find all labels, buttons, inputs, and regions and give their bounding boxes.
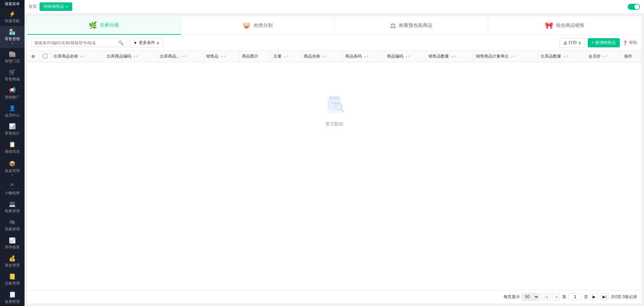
sidebar: 搜索菜单 ⚡ 快捷导航 🏪 零售管理 ▲ 🏬 智慧门店 🛒 零售商城 📢 营销推… <box>0 0 25 306</box>
sidebar-item-inventory[interactable]: 📈 库存核算 <box>0 234 25 253</box>
table-header-row: ⚙ 出库商品名称 ▲▼ 出库商品编码 ▲▼ <box>27 51 641 62</box>
ecommerce-icon: 💻 <box>9 201 16 208</box>
sort-arrows-barcode: ▲▼ <box>363 55 369 58</box>
active-tab[interactable]: 特殊销售品 ✕ <box>40 2 72 11</box>
help-button[interactable]: ❓ 帮助 <box>623 40 637 46</box>
th-sale-qty[interactable]: 销售品数量 ▲▼ <box>426 51 473 62</box>
sort-arrows-out-code: ▲▼ <box>133 55 138 58</box>
table-container: ⚙ 出库商品名称 ▲▼ 出库商品编码 ▲▼ <box>27 51 641 290</box>
tab-meat-cut[interactable]: 🐷 肉类分割 <box>181 16 335 35</box>
sidebar-item-general-ledger[interactable]: 📒 总账管理 <box>0 271 25 289</box>
sidebar-item-invoice[interactable]: 🧾 发票管理 <box>0 289 25 306</box>
sort-arrows-weight: ▲▼ <box>284 55 289 58</box>
toolbar: 🔍 ▼ 更多条件 ∨ 🖨 打印 ∨ + 新增销售品 ❓ 帮助 <box>27 35 641 51</box>
sidebar-item-retail[interactable]: 🏪 零售管理 ▲ <box>0 26 25 48</box>
sort-arrows-goods-name: ▲▼ <box>322 55 327 58</box>
th-settings[interactable]: ⚙ <box>27 51 40 62</box>
toolbar-right: 🖨 打印 ∨ + 新增销售品 ❓ 帮助 <box>559 38 637 48</box>
sidebar-item-marketing[interactable]: 📢 营销推广 <box>0 84 25 102</box>
weight-pack-icon: ⚖ <box>390 21 396 30</box>
select-all-checkbox[interactable] <box>43 54 47 58</box>
th-checkbox[interactable] <box>40 51 50 62</box>
first-page-button[interactable]: |◀ <box>541 293 550 300</box>
empty-text: 暂无数据 <box>326 121 343 127</box>
inventory-icon: 📈 <box>9 237 16 244</box>
tab-combo[interactable]: 🎀 组合商品销售 <box>488 16 642 35</box>
th-sale-unit[interactable]: 销售商品计量单位 ▲▼ <box>473 51 538 62</box>
search-box: 🔍 <box>31 39 127 47</box>
pagination: 每页显示 50 10 20 100 |◀ ◀ 第 页 ▶ ▶| 共0页 0条记录 <box>27 290 641 303</box>
sidebar-item-smart-store[interactable]: 🏬 智慧门店 <box>0 48 25 66</box>
sidebar-item-membership[interactable]: 👤 会员中心 <box>0 102 25 120</box>
column-settings-icon: ⚙ <box>31 54 35 59</box>
print-button[interactable]: 🖨 打印 ∨ <box>559 38 585 48</box>
smart-store-icon: 🏬 <box>9 51 16 58</box>
th-out-code[interactable]: 出库商品编码 ▲▼ <box>104 51 157 62</box>
toggle-knob <box>634 4 639 9</box>
combo-icon: 🎀 <box>545 21 553 30</box>
marketing-icon: 📢 <box>9 87 16 94</box>
sort-arrows-out-qty: ▲▼ <box>563 55 569 58</box>
main-content: 首页 特殊销售品 ✕ 🌿 生鲜分级 🐷 肉类分割 ⚖ 称重预包装商品 <box>25 0 644 306</box>
topbar: 首页 特殊销售品 ✕ <box>25 0 644 14</box>
general-ledger-icon: 📒 <box>9 273 16 280</box>
search-input[interactable] <box>34 41 117 45</box>
sidebar-item-mini-program[interactable]: 📱 小畅电商 <box>0 180 25 198</box>
sidebar-item-purchase[interactable]: 🛍 采购管理 <box>0 216 25 234</box>
chevron-down-icon: ∨ <box>578 41 581 45</box>
sidebar-item-finance[interactable]: 💰 资金管理 <box>0 253 25 271</box>
empty-state: 暂无数据 <box>27 62 641 154</box>
search-icon[interactable]: 🔍 <box>118 40 124 45</box>
sort-arrows-out-spec: ▲▼ <box>181 55 187 58</box>
sort-arrows-out-name: ▲▼ <box>80 55 85 58</box>
sort-arrows-sale-item: ▲▼ <box>221 55 226 58</box>
sidebar-item-ecommerce[interactable]: 💻 电商管理 <box>0 198 25 216</box>
sidebar-item-basic-info[interactable]: 📋 基础信息 <box>0 138 25 156</box>
finance-icon: 💰 <box>9 255 16 262</box>
next-page-button[interactable]: ▶ <box>590 293 598 300</box>
last-page-button[interactable]: ▶| <box>600 293 609 300</box>
filter-button[interactable]: ▼ 更多条件 ∨ <box>130 38 163 47</box>
tab-weight-pack[interactable]: ⚖ 称重预包装商品 <box>334 16 488 35</box>
basic-info-icon: 📋 <box>9 141 16 148</box>
th-sale-item[interactable]: 销售品 ▲▼ <box>204 51 239 62</box>
chevron-down-icon: ∨ <box>156 41 160 45</box>
data-table: ⚙ 出库商品名称 ▲▼ 出库商品编码 ▲▼ <box>27 51 641 62</box>
toggle-button[interactable] <box>628 4 640 10</box>
th-barcode[interactable]: 商品条码 ▲▼ <box>342 51 384 62</box>
sidebar-item-retail-mall[interactable]: 🛒 零售商城 <box>0 66 25 84</box>
sidebar-logo[interactable]: 搜索菜单 <box>0 0 25 8</box>
sidebar-item-quick-nav[interactable]: ⚡ 快捷导航 <box>0 8 25 26</box>
th-goods-name[interactable]: 商品名称 ▲▼ <box>301 51 342 62</box>
filter-icon: ▼ <box>133 41 137 45</box>
th-out-qty[interactable]: 出库品数量 ▲▼ <box>538 51 585 62</box>
th-member-price[interactable]: 会员价 ▲▼ <box>585 51 621 62</box>
sidebar-item-wholesale[interactable]: 📦 批发管理 ▼ <box>0 158 25 180</box>
th-out-name[interactable]: 出库商品名称 ▲▼ <box>50 51 104 62</box>
page-label-pre: 第 <box>562 294 566 300</box>
tab-fresh-grade[interactable]: 🌿 生鲜分级 <box>27 16 181 35</box>
total-label: 共0页 0条记录 <box>611 294 637 300</box>
fresh-grade-icon: 🌿 <box>89 21 97 29</box>
svg-point-7 <box>334 103 336 104</box>
th-out-spec[interactable]: 出库商品... ▲▼ <box>157 51 203 62</box>
prev-page-button[interactable]: ◀ <box>552 293 560 300</box>
category-tabs: 🌿 生鲜分级 🐷 肉类分割 ⚖ 称重预包装商品 🎀 组合商品销售 <box>27 16 641 35</box>
th-weight[interactable]: 主量 ▲▼ <box>271 51 301 62</box>
svg-point-6 <box>332 103 333 104</box>
th-goods-code[interactable]: 商品编码 ▲▼ <box>384 51 425 62</box>
sidebar-item-retail-stats[interactable]: 📊 零售统计 <box>0 120 25 138</box>
add-sale-item-button[interactable]: + 新增销售品 <box>588 38 620 47</box>
breadcrumb-home[interactable]: 首页 <box>29 4 37 10</box>
page-size-select[interactable]: 50 10 20 100 <box>522 293 539 301</box>
quick-nav-icon: ⚡ <box>9 11 16 18</box>
page-number-input[interactable] <box>568 293 582 300</box>
retail-stats-icon: 📊 <box>9 123 16 130</box>
help-icon: ❓ <box>623 41 628 45</box>
mini-program-icon: 📱 <box>9 183 16 190</box>
close-tab-icon[interactable]: ✕ <box>65 5 68 9</box>
svg-point-0 <box>325 110 344 114</box>
sort-arrows-goods-code: ▲▼ <box>405 55 410 58</box>
wholesale-arrow-icon: ▼ <box>11 173 14 178</box>
retail-mall-icon: 🛒 <box>9 69 16 76</box>
